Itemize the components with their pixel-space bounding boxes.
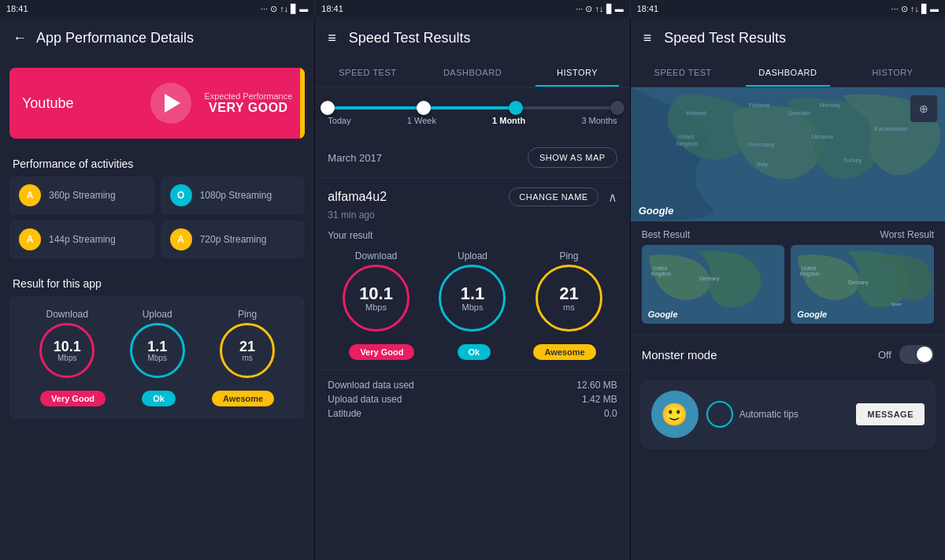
slider-label-today: Today bbox=[328, 116, 350, 125]
metric-upload-label: Upload bbox=[143, 309, 172, 320]
svg-text:Finland: Finland bbox=[748, 102, 769, 109]
rating-ok: Ok bbox=[142, 391, 176, 406]
expected-value: VERY GOOD bbox=[204, 101, 292, 115]
entry-rating-very-good: Very Good bbox=[349, 344, 414, 360]
metric-ping-circle: 21 ms bbox=[220, 323, 275, 378]
change-name-button[interactable]: CHANGE NAME bbox=[509, 187, 598, 206]
middle-panel-title: Speed Test Results bbox=[349, 30, 471, 46]
svg-text:Germany: Germany bbox=[748, 141, 774, 148]
message-button[interactable]: MESSAGE bbox=[856, 403, 925, 425]
metric-ping: Ping 21 ms bbox=[220, 309, 275, 378]
entry-controls: CHANGE NAME ∧ bbox=[509, 187, 617, 206]
history-date: March 2017 bbox=[328, 152, 382, 164]
right-panel-content: Iceland Finland Sweden Norway United Kin… bbox=[631, 87, 945, 560]
monster-avatar: 🙂 bbox=[651, 391, 699, 438]
left-panel: ← App Performance Details Youtube Expect… bbox=[0, 17, 315, 560]
activity-360p: A 360p Streaming bbox=[9, 176, 154, 214]
left-panel-header: ← App Performance Details bbox=[0, 17, 314, 58]
time-mid: 18:41 bbox=[321, 4, 343, 13]
right-tab-bar: SPEED TEST DASHBOARD HISTORY bbox=[631, 58, 945, 87]
rating-badges: Very Good Ok Awesome bbox=[22, 391, 292, 406]
svg-text:United: United bbox=[678, 134, 694, 139]
activity-144p: A 144p Streaming bbox=[9, 221, 154, 258]
slider-thumb-month[interactable] bbox=[509, 101, 523, 115]
entry-metric-upload-unit: Mbps bbox=[462, 302, 484, 312]
entry-rating-awesome: Awesome bbox=[533, 344, 595, 360]
entry-rating-ok: Ok bbox=[458, 344, 491, 360]
right-panel-title: Speed Test Results bbox=[664, 30, 786, 46]
entry-metric-ping: Ping 21 ms bbox=[536, 250, 602, 332]
metric-download-circle: 10.1 Mbps bbox=[39, 323, 94, 378]
tips-container: 🙂 Automatic tips MESSAGE bbox=[640, 380, 936, 449]
slider-thumb-today[interactable] bbox=[321, 101, 335, 115]
metric-upload: Upload 1.1 Mbps bbox=[130, 309, 185, 378]
location-button[interactable]: ⊕ bbox=[910, 95, 937, 122]
slider-track[interactable] bbox=[328, 106, 617, 109]
activity-label-360p: 360p Streaming bbox=[49, 190, 116, 201]
activity-badge-360p: A bbox=[19, 184, 41, 206]
result-title: Result for this app bbox=[0, 268, 314, 296]
history-entry: alfama4u2 CHANGE NAME ∧ 31 min ago Your … bbox=[315, 178, 629, 369]
entry-metric-download-circle: 10.1 Mbps bbox=[343, 265, 410, 332]
auto-tips-label: Automatic tips bbox=[739, 409, 799, 420]
tab-speed-test-mid[interactable]: SPEED TEST bbox=[315, 58, 420, 87]
left-panel-content: Youtube Expected Performance VERY GOOD P… bbox=[0, 58, 314, 560]
tab-speed-test-right[interactable]: SPEED TEST bbox=[631, 58, 736, 87]
main-map[interactable]: Iceland Finland Sweden Norway United Kin… bbox=[631, 87, 945, 221]
data-val-download: 12.60 MB bbox=[576, 380, 617, 391]
svg-text:Kingdom: Kingdom bbox=[650, 271, 670, 277]
slider-thumb-3months[interactable] bbox=[610, 101, 624, 115]
data-key-upload: Upload data used bbox=[328, 394, 402, 405]
app-banner: Youtube Expected Performance VERY GOOD bbox=[9, 68, 305, 139]
result-box: Download 10.1 Mbps Upload 1.1 Mbps bbox=[9, 296, 305, 419]
svg-text:Norway: Norway bbox=[819, 102, 840, 109]
google-logo-main: Google bbox=[639, 205, 674, 217]
middle-panel-content: Today 1 Week 1 Month 3 Months March 2017… bbox=[315, 87, 629, 560]
slider-label-week: 1 Week bbox=[407, 116, 436, 125]
collapse-button[interactable]: ∧ bbox=[608, 190, 617, 205]
tab-history-right[interactable]: HISTORY bbox=[840, 58, 945, 87]
slider-label-month: 1 Month bbox=[492, 116, 525, 125]
time-left: 18:41 bbox=[6, 4, 28, 13]
google-logo-worst: Google bbox=[797, 310, 827, 319]
result-metrics: Download 10.1 Mbps Upload 1.1 Mbps bbox=[22, 309, 292, 378]
worst-result-label: Worst Result bbox=[880, 229, 934, 240]
entry-metric-download-value: 10.1 bbox=[359, 285, 393, 302]
menu-button-mid[interactable]: ≡ bbox=[328, 30, 336, 46]
data-info: Download data used 12.60 MB Upload data … bbox=[315, 369, 629, 432]
menu-button-right[interactable]: ≡ bbox=[643, 30, 652, 46]
tab-dashboard-right[interactable]: DASHBOARD bbox=[736, 58, 840, 87]
worst-result-map[interactable]: United Kingdom Germany Spain Google bbox=[791, 245, 934, 324]
activities-title: Performance of activities bbox=[0, 148, 314, 176]
entry-name: alfama4u2 bbox=[328, 190, 387, 204]
svg-text:Ukraine: Ukraine bbox=[811, 133, 833, 140]
app-icon bbox=[150, 83, 191, 124]
middle-panel: ≡ Speed Test Results SPEED TEST DASHBOAR… bbox=[315, 17, 630, 560]
map-thumbnails: United Kingdom Germany Google United Kin… bbox=[631, 245, 945, 335]
tab-history-mid[interactable]: HISTORY bbox=[525, 58, 630, 87]
tab-dashboard-mid[interactable]: DASHBOARD bbox=[420, 58, 524, 87]
activity-720p: A 720p Streaming bbox=[161, 221, 306, 258]
metric-download-value: 10.1 bbox=[54, 339, 81, 354]
status-icons-right: ··· ⊙ ↑↓ ▊ ▬ bbox=[891, 4, 939, 14]
entry-metric-upload-circle: 1.1 Mbps bbox=[439, 265, 506, 332]
time-range-slider[interactable]: Today 1 Week 1 Month 3 Months bbox=[315, 87, 629, 138]
metric-upload-unit: Mbps bbox=[147, 354, 166, 362]
entry-metric-ping-unit: ms bbox=[563, 302, 575, 312]
show-map-button[interactable]: SHOW AS MAP bbox=[528, 147, 617, 168]
monster-mode-label: Monster mode bbox=[642, 348, 717, 362]
back-button[interactable]: ← bbox=[13, 30, 27, 46]
monster-mode-toggle[interactable] bbox=[899, 345, 934, 364]
entry-header: alfama4u2 CHANGE NAME ∧ bbox=[328, 187, 617, 206]
middle-tab-bar: SPEED TEST DASHBOARD HISTORY bbox=[315, 58, 629, 87]
slider-labels: Today 1 Week 1 Month 3 Months bbox=[328, 116, 617, 125]
best-result-map[interactable]: United Kingdom Germany Google bbox=[642, 245, 785, 324]
best-result-label: Best Result bbox=[642, 229, 690, 240]
slider-thumb-week[interactable] bbox=[417, 101, 431, 115]
svg-text:United: United bbox=[802, 265, 817, 271]
svg-text:Spain: Spain bbox=[891, 302, 902, 306]
monster-mode-row: Monster mode Off bbox=[631, 335, 945, 373]
google-logo-best: Google bbox=[648, 310, 678, 319]
data-row-upload: Upload data used 1.42 MB bbox=[328, 394, 617, 405]
expected-label: Expected Performance bbox=[204, 91, 292, 101]
